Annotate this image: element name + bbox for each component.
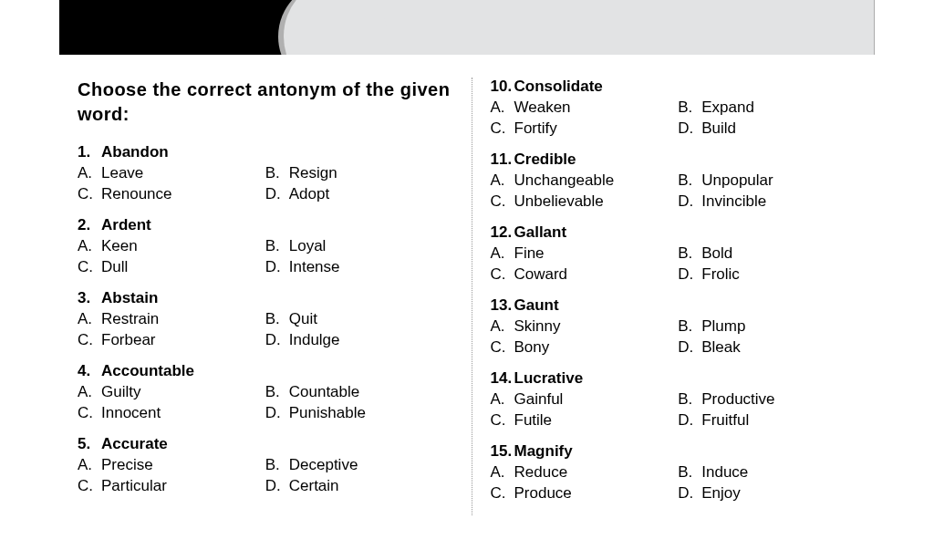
answer-option[interactable]: D.Enjoy	[678, 484, 866, 503]
option-text: Quit	[289, 310, 317, 328]
answer-option[interactable]: D.Indulge	[265, 331, 453, 349]
answer-option[interactable]: B.Productive	[678, 390, 866, 409]
question-block: 10.ConsolidateA.WeakenB.ExpandC.FortifyD…	[491, 78, 867, 138]
option-letter: B.	[678, 171, 701, 190]
answer-option[interactable]: D.Punishable	[265, 404, 453, 422]
option-letter: D.	[678, 411, 701, 430]
option-letter: D.	[265, 477, 289, 495]
option-text: Produce	[514, 484, 572, 503]
option-letter: C.	[491, 192, 514, 211]
option-text: Fine	[514, 244, 545, 263]
answer-option[interactable]: C.Particular	[78, 477, 265, 495]
answer-option[interactable]: A.Leave	[78, 164, 265, 182]
answer-option[interactable]: A.Keen	[78, 237, 265, 255]
question-number: 1.	[78, 143, 101, 161]
question-title: 12.Gallant	[491, 223, 867, 242]
question-title: 13.Gaunt	[491, 296, 867, 315]
answer-option[interactable]: C.Futile	[491, 411, 679, 430]
option-letter: C.	[491, 484, 514, 503]
option-text: Particular	[101, 477, 167, 495]
option-letter: D.	[265, 258, 289, 276]
option-letter: A.	[78, 456, 101, 474]
option-text: Productive	[701, 390, 774, 409]
answer-option[interactable]: A.Fine	[491, 244, 679, 263]
option-letter: B.	[265, 383, 289, 401]
answer-option[interactable]: D.Invincible	[678, 192, 866, 211]
option-text: Dull	[101, 258, 128, 276]
answer-option[interactable]: A.Unchangeable	[491, 171, 679, 190]
answer-option[interactable]: B.Countable	[265, 383, 453, 401]
answer-option[interactable]: A.Precise	[78, 456, 265, 474]
option-letter: B.	[678, 463, 701, 482]
question-word: Credible	[514, 150, 576, 169]
option-letter: B.	[265, 164, 289, 182]
answer-option[interactable]: A.Reduce	[491, 463, 679, 482]
option-letter: A.	[78, 383, 101, 401]
question-word: Lucrative	[514, 369, 584, 388]
answer-option[interactable]: D.Adopt	[265, 185, 453, 203]
question-title: 15.Magnify	[491, 442, 867, 461]
answer-option[interactable]: C.Dull	[78, 258, 265, 276]
option-letter: A.	[78, 164, 101, 182]
option-letter: A.	[78, 310, 101, 328]
options-grid: A.WeakenB.ExpandC.FortifyD.Build	[491, 99, 867, 138]
answer-option[interactable]: C.Fortify	[491, 119, 679, 138]
options-grid: A.RestrainB.QuitC.ForbearD.Indulge	[78, 310, 453, 349]
question-number: 13.	[491, 296, 514, 315]
answer-option[interactable]: C.Innocent	[78, 404, 265, 422]
question-word: Accurate	[101, 435, 168, 453]
answer-option[interactable]: B.Expand	[678, 99, 866, 117]
option-text: Punishable	[289, 404, 366, 422]
answer-option[interactable]: C.Renounce	[78, 185, 265, 203]
answer-option[interactable]: B.Quit	[265, 310, 453, 328]
question-block: 13.GauntA.SkinnyB.PlumpC.BonyD.Bleak	[491, 296, 867, 357]
answer-option[interactable]: D.Certain	[265, 477, 453, 495]
question-word: Gallant	[514, 223, 567, 242]
options-grid: A.GainfulB.ProductiveC.FutileD.Fruitful	[491, 390, 867, 430]
option-text: Gainful	[514, 390, 564, 409]
answer-option[interactable]: A.Skinny	[491, 317, 679, 336]
options-grid: A.ReduceB.InduceC.ProduceD.Enjoy	[491, 463, 867, 503]
answer-option[interactable]: C.Produce	[491, 484, 679, 503]
option-text: Weaken	[514, 99, 571, 117]
answer-option[interactable]: B.Resign	[265, 164, 453, 182]
question-title: 10.Consolidate	[491, 78, 867, 96]
answer-option[interactable]: C.Forbear	[78, 331, 265, 349]
answer-option[interactable]: C.Bony	[491, 338, 679, 357]
answer-option[interactable]: A.Guilty	[78, 383, 265, 401]
option-text: Invincible	[701, 192, 766, 211]
answer-option[interactable]: B.Plump	[678, 317, 866, 336]
answer-option[interactable]: D.Bleak	[678, 338, 866, 357]
answer-option[interactable]: D.Frolic	[678, 265, 866, 284]
answer-option[interactable]: B.Induce	[678, 463, 866, 482]
answer-option[interactable]: D.Intense	[265, 258, 453, 276]
option-letter: C.	[78, 331, 101, 349]
options-grid: A.GuiltyB.CountableC.InnocentD.Punishabl…	[78, 383, 453, 422]
question-block: 1.AbandonA.LeaveB.ResignC.RenounceD.Adop…	[78, 143, 453, 203]
options-grid: A.LeaveB.ResignC.RenounceD.Adopt	[78, 164, 453, 203]
answer-option[interactable]: B.Loyal	[265, 237, 453, 255]
answer-option[interactable]: B.Deceptive	[265, 456, 453, 474]
option-text: Unbelievable	[514, 192, 604, 211]
question-number: 14.	[491, 369, 514, 388]
answer-option[interactable]: C.Unbelievable	[491, 192, 679, 211]
answer-option[interactable]: A.Weaken	[491, 99, 679, 117]
option-text: Keen	[101, 237, 138, 255]
option-letter: B.	[265, 310, 289, 328]
option-letter: D.	[678, 338, 701, 357]
option-text: Resign	[289, 164, 337, 182]
option-text: Unpopular	[701, 171, 773, 190]
answer-option[interactable]: C.Coward	[491, 265, 679, 284]
answer-option[interactable]: B.Unpopular	[678, 171, 866, 190]
option-text: Certain	[289, 477, 339, 495]
option-text: Reduce	[514, 463, 568, 482]
question-title: 5.Accurate	[78, 435, 453, 453]
answer-option[interactable]: A.Restrain	[78, 310, 265, 328]
instruction-text: Choose the correct antonym of the given …	[78, 78, 453, 127]
question-title: 11.Credible	[491, 150, 867, 169]
answer-option[interactable]: B.Bold	[678, 244, 866, 263]
option-letter: A.	[491, 171, 514, 190]
answer-option[interactable]: A.Gainful	[491, 390, 679, 409]
answer-option[interactable]: D.Build	[678, 119, 866, 138]
answer-option[interactable]: D.Fruitful	[678, 411, 866, 430]
